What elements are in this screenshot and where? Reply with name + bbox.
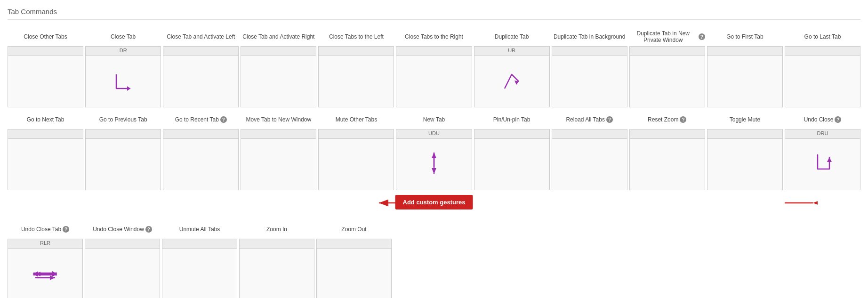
command-close-tab-left: Close Tab and Activate Left [163, 29, 239, 107]
command-label: Zoom In [266, 222, 287, 237]
gesture-area [85, 249, 160, 298]
shortcut-badge: UDU [396, 129, 471, 139]
page-title: Tab Commands [8, 8, 860, 20]
command-box[interactable]: UR [474, 46, 550, 107]
gesture-area [707, 139, 782, 190]
command-label: Close Tab and Activate Right [242, 29, 314, 44]
command-duplicate-tab-bg: Duplicate Tab in Background [552, 29, 627, 107]
command-label: Undo Close ? [804, 112, 842, 127]
command-label: Move Tab to New Window [246, 112, 312, 127]
command-box[interactable]: DRU [785, 129, 860, 190]
shortcut-badge [8, 129, 83, 139]
command-unmute-all-tabs: Unmute All Tabs [162, 222, 237, 298]
command-box[interactable] [474, 129, 550, 190]
shortcut-badge: DR [86, 47, 161, 56]
command-box[interactable]: DR [85, 46, 161, 107]
command-box[interactable] [552, 46, 627, 107]
help-icon[interactable]: ? [220, 116, 227, 123]
help-icon[interactable]: ? [606, 116, 613, 123]
gesture-area [552, 139, 627, 190]
command-box[interactable] [707, 46, 783, 107]
shortcut-badge [319, 129, 394, 139]
commands-sections: Close Other Tabs Close Tab DR [8, 29, 860, 298]
command-go-next-tab: Go to Next Tab [8, 112, 83, 190]
gesture-area [396, 139, 471, 190]
annotation-area: Add custom gestures [8, 191, 860, 217]
shortcut-badge [552, 129, 627, 139]
gesture-area [163, 56, 238, 107]
command-box[interactable] [318, 129, 394, 190]
command-new-tab: New Tab UDU [396, 112, 472, 190]
command-box[interactable] [8, 46, 83, 107]
command-label: Mute Other Tabs [336, 112, 378, 127]
gesture-area [630, 56, 705, 107]
command-label: Duplicate Tab [495, 29, 529, 44]
command-mute-other-tabs: Mute Other Tabs [318, 112, 394, 190]
command-label: Close Tabs to the Right [405, 29, 463, 44]
command-label: Duplicate Tab in New Private Window ? [629, 29, 705, 44]
command-close-tab: Close Tab DR [85, 29, 161, 107]
command-box[interactable] [162, 239, 237, 298]
custom-gesture-tooltip: Add custom gestures [395, 195, 473, 209]
commands-row-1: Close Other Tabs Close Tab DR [8, 29, 860, 107]
command-label: Undo Close Tab ? [21, 222, 69, 237]
svg-marker-3 [432, 153, 436, 158]
command-label: Close Other Tabs [24, 29, 67, 44]
command-box[interactable] [241, 129, 316, 190]
command-box[interactable] [629, 46, 705, 107]
command-box[interactable] [785, 46, 860, 107]
command-undo-close: Undo Close ? DRU [785, 112, 860, 190]
shortcut-badge [241, 47, 316, 56]
command-box[interactable] [396, 46, 472, 107]
command-zoom-out: Zoom Out [316, 222, 392, 298]
shortcut-badge [240, 239, 314, 249]
command-label: Pin/Un-pin Tab [493, 112, 530, 127]
gesture-svg [109, 67, 137, 96]
command-label: Duplicate Tab in Background [554, 29, 626, 44]
shortcut-badge [317, 239, 391, 249]
command-box[interactable] [629, 129, 705, 190]
command-box[interactable] [239, 239, 314, 298]
command-label: Close Tab [111, 29, 136, 44]
command-box[interactable]: RLR [8, 239, 83, 298]
commands-row-3: Undo Close Tab ? RLR [8, 222, 860, 298]
help-icon[interactable]: ? [835, 116, 841, 123]
gesture-area [785, 56, 860, 107]
command-reset-zoom: Reset Zoom ? [629, 112, 705, 190]
gesture-area [396, 56, 471, 107]
gesture-area [317, 249, 391, 298]
svg-marker-0 [127, 86, 130, 91]
command-box[interactable] [316, 239, 392, 298]
command-box[interactable] [8, 129, 83, 190]
help-icon[interactable]: ? [699, 33, 705, 40]
help-icon[interactable]: ? [63, 226, 69, 233]
command-box[interactable] [552, 129, 627, 190]
command-box[interactable] [85, 129, 161, 190]
shortcut-badge [86, 129, 161, 139]
command-box[interactable] [85, 239, 160, 298]
shortcut-badge [707, 129, 782, 139]
command-label: Go to Last Tab [804, 29, 841, 44]
page-container: Tab Commands Close Other Tabs Close Tab … [0, 0, 868, 298]
shortcut-badge [163, 129, 238, 139]
svg-marker-4 [432, 168, 436, 174]
gesture-area [240, 249, 314, 298]
shortcut-badge [474, 129, 549, 139]
command-box[interactable] [707, 129, 783, 190]
help-icon[interactable]: ? [145, 226, 152, 233]
command-box[interactable]: UDU [396, 129, 472, 190]
command-undo-close-tab: Undo Close Tab ? RLR [8, 222, 83, 298]
command-go-previous-tab: Go to Previous Tab [85, 112, 161, 190]
command-label: New Tab [423, 112, 445, 127]
gesture-area [552, 56, 627, 107]
command-close-other-tabs: Close Other Tabs [8, 29, 83, 107]
command-box[interactable] [163, 46, 239, 107]
commands-row-2: Go to Next Tab Go to Previous Tab [8, 112, 860, 190]
command-go-recent-tab: Go to Recent Tab ? [163, 112, 239, 190]
help-icon[interactable]: ? [680, 116, 686, 123]
command-box[interactable] [318, 46, 394, 107]
gesture-area [707, 56, 782, 107]
command-box[interactable] [163, 129, 239, 190]
command-go-first-tab: Go to First Tab [707, 29, 783, 107]
command-box[interactable] [241, 46, 316, 107]
